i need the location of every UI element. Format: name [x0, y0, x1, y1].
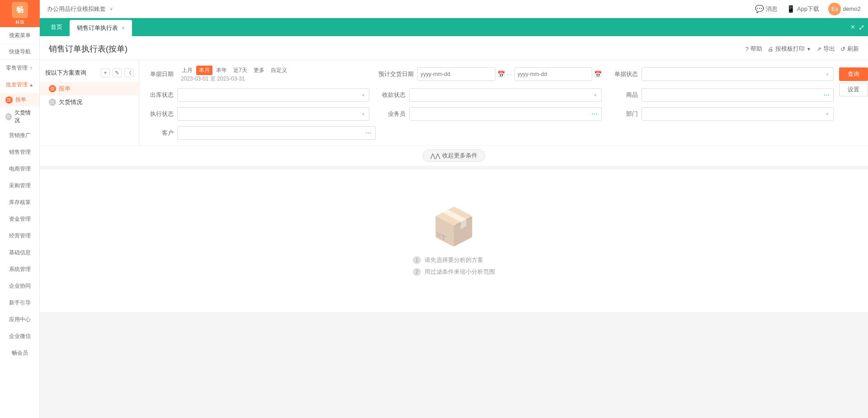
tab-home[interactable]: 首页	[43, 18, 70, 36]
filter-field-goods: 商品 ···	[611, 88, 834, 102]
collapse-button[interactable]: ⋀⋀ 收起更多条件	[423, 149, 485, 162]
calendar-icon-start: 📅	[497, 71, 505, 78]
date-tab-7days[interactable]: 近7天	[231, 66, 250, 75]
page-title-row: 销售订单执行表(按单) ? 帮助 🖨 按模板打印 ▼ ↗ 导出	[49, 43, 859, 60]
scheme-add-button[interactable]: +	[101, 68, 110, 77]
help-icon: ?	[745, 46, 749, 52]
appdownload-label: App下载	[797, 5, 819, 13]
filter-field-exec-status: 执行状态 ▼	[146, 107, 369, 121]
delivery-status-select[interactable]: ▼	[177, 88, 369, 102]
delivery-caret-icon: ▼	[361, 93, 365, 98]
goods-label: 商品	[611, 91, 638, 99]
department-select[interactable]: ▼	[642, 107, 834, 121]
customer-label: 客户	[146, 129, 174, 137]
collapse-bar[interactable]: ⋀⋀ 收起更多条件	[40, 145, 868, 166]
salesperson-dots-icon: ···	[591, 110, 597, 118]
filter-field-customer: 客户 ···	[146, 126, 376, 140]
sidebar-item-marketing[interactable]: 营销推广	[0, 127, 39, 144]
help-label: 帮助	[750, 45, 762, 53]
date-tab-row: 上月 本月 本年 近7天 更多 自定义	[177, 66, 369, 75]
expected-date-start[interactable]	[417, 67, 495, 81]
step-1-num: 1	[413, 256, 421, 264]
sidebar-search-item[interactable]: 搜索菜单	[0, 27, 39, 44]
export-button[interactable]: ↗ 导出	[816, 45, 835, 53]
settings-button[interactable]: 设置	[839, 83, 868, 96]
collapse-label: 收起更多条件	[442, 152, 477, 160]
step-2-num: 2	[413, 268, 421, 276]
appdownload-icon: 📱	[787, 5, 795, 13]
logo-text: 畅	[16, 5, 24, 15]
receipt-caret-icon: ▼	[593, 93, 598, 98]
sidebar-item-appstore[interactable]: 应用中心	[0, 311, 39, 328]
sidebar-search-label: 搜索菜单	[9, 32, 31, 38]
receipt-status-select[interactable]: ▼	[409, 88, 601, 102]
scheme-item-debt-label: 欠货情况	[59, 98, 82, 106]
help-button[interactable]: ? 帮助	[745, 45, 762, 53]
goods-dots-icon: ···	[824, 91, 830, 99]
sidebar-item-operation[interactable]: 经营管理	[0, 228, 39, 244]
goods-select[interactable]: ···	[642, 88, 834, 102]
scheme-edit-button[interactable]: ✎	[113, 68, 122, 77]
window-close-button[interactable]: ×	[851, 23, 855, 31]
date-tab-lastmonth[interactable]: 上月	[179, 66, 195, 75]
bill-status-select[interactable]: ▼	[642, 67, 834, 81]
customer-row: 客户 ···	[146, 126, 834, 140]
sidebar: 畅 标版 搜索菜单 快捷导航 零售管理 ▼ 批发管理 ▲ 按 按单 欠 欠货情况…	[0, 0, 40, 418]
filter-scheme-panel: 按以下方案查询 + ✎ 《 按 按单 欠	[40, 60, 139, 145]
sidebar-item-newbie[interactable]: 新手引导	[0, 294, 39, 311]
sidebar-item-purchase[interactable]: 采购管理	[0, 177, 39, 194]
sidebar-sub-press-icon: 按	[5, 96, 13, 104]
sidebar-quicknav-label: 快捷导航	[9, 48, 31, 55]
department-caret-icon: ▼	[825, 112, 830, 117]
sidebar-sub-debt[interactable]: 欠 欠货情况	[0, 106, 39, 127]
scheme-collapse-button[interactable]: 《	[124, 68, 133, 77]
scheme-item-debt[interactable]: 欠 欠货情况	[40, 95, 139, 109]
sidebar-quicknav-item[interactable]: 快捷导航	[0, 44, 39, 60]
print-button[interactable]: 🖨 按模板打印 ▼	[768, 45, 811, 53]
receipt-status-label: 收款状态	[378, 91, 406, 99]
sidebar-item-member[interactable]: 畅会员	[0, 345, 39, 361]
date-tabs: 上月 本月 本年 近7天 更多 自定义	[179, 66, 290, 75]
refresh-button[interactable]: ↺ 刷新	[840, 45, 859, 53]
date-tab-thismonth[interactable]: 本月	[196, 66, 212, 75]
sidebar-sub-debt-label: 欠货情况	[14, 109, 34, 124]
message-action[interactable]: 💬 消息	[755, 5, 778, 13]
avatar: Ea	[828, 3, 841, 15]
expected-date-end[interactable]	[514, 67, 592, 81]
date-tab-custom[interactable]: 自定义	[268, 66, 290, 75]
window-maximize-button[interactable]: ⤢	[859, 23, 864, 32]
scheme-item-press[interactable]: 按 按单	[40, 82, 139, 95]
filter-field-department: 部门 ▼	[611, 107, 834, 121]
date-tab-thisyear[interactable]: 本年	[213, 66, 230, 75]
sidebar-item-enterprise[interactable]: 企业协同	[0, 278, 39, 294]
scheme-title: 按以下方案查询	[45, 69, 98, 77]
tab-close-icon[interactable]: ×	[122, 25, 125, 31]
tab-sales-order[interactable]: 销售订单执行表 ×	[70, 20, 132, 36]
sidebar-item-sales[interactable]: 销售管理	[0, 144, 39, 161]
top-header: 办公用品行业模拟账套 ∨ 💬 消息 📱 App下载 Ea demo2	[40, 0, 868, 18]
appdownload-action[interactable]: 📱 App下载	[787, 5, 819, 13]
page-header-actions: ? 帮助 🖨 按模板打印 ▼ ↗ 导出 ↺ 刷新	[745, 45, 859, 53]
exec-caret-icon: ▼	[361, 112, 365, 117]
scheme-actions: + ✎ 《	[101, 68, 133, 77]
sidebar-item-retail[interactable]: 零售管理 ▼	[0, 60, 39, 76]
sidebar-item-finance[interactable]: 资金管理	[0, 211, 39, 228]
sidebar-item-basic[interactable]: 基础信息	[0, 244, 39, 261]
sidebar-item-inventory[interactable]: 库存核算	[0, 194, 39, 211]
tab-home-label: 首页	[51, 23, 62, 31]
sidebar-item-system[interactable]: 系统管理	[0, 261, 39, 278]
sidebar-sub-press[interactable]: 按 按单	[0, 93, 39, 106]
bill-date-controls: 上月 本月 本年 近7天 更多 自定义 2023-03-01 至 2023-03…	[177, 66, 369, 83]
exec-status-select[interactable]: ▼	[177, 107, 369, 121]
salesperson-select[interactable]: ···	[409, 107, 601, 121]
query-button[interactable]: 查询	[839, 67, 868, 81]
date-tab-more[interactable]: 更多	[251, 66, 267, 75]
sidebar-item-ecommerce[interactable]: 电商管理	[0, 161, 39, 177]
customer-select[interactable]: ···	[177, 126, 376, 140]
user-action[interactable]: Ea demo2	[828, 3, 861, 15]
sidebar-item-wholesale[interactable]: 批发管理 ▲	[0, 76, 39, 93]
sidebar-item-wechat[interactable]: 企业微信	[0, 328, 39, 345]
sidebar-item-wholesale-label: 批发管理	[6, 81, 28, 88]
message-label: 消息	[766, 5, 778, 13]
filter-field-delivery-status: 出库状态 ▼	[146, 88, 369, 102]
